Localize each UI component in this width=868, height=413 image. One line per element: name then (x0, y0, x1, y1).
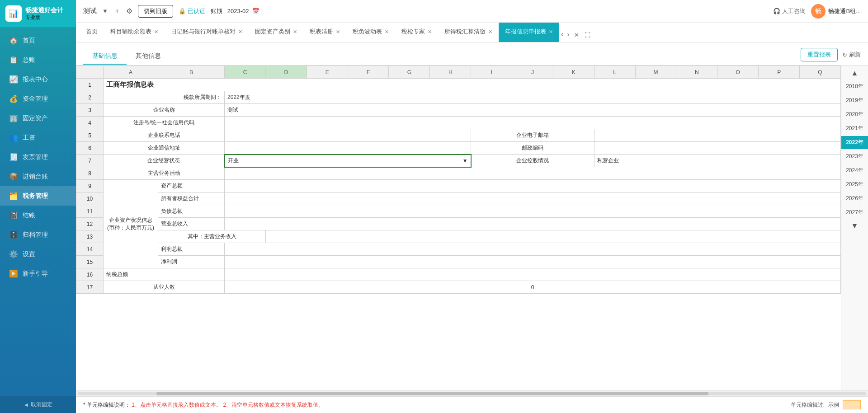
consult-label: 人工咨询 (782, 7, 806, 15)
col-header-corner (76, 66, 104, 79)
asset-total-value[interactable] (225, 180, 841, 192)
assets-icon: 🏢 (9, 114, 18, 122)
sidebar-item-home[interactable]: 🏠 首页 (0, 31, 76, 50)
year-item-2024[interactable]: 2024年 (841, 164, 868, 177)
scroll-thumb[interactable] (156, 392, 708, 395)
company-name-value[interactable]: 测试 (225, 104, 841, 117)
tab-income-tax[interactable]: 所得税汇算清缴 ✕ (438, 23, 499, 42)
year-item-2027[interactable]: 2027年 (841, 206, 868, 219)
tab-close-icon[interactable]: ✕ (385, 29, 389, 35)
sidebar-item-payroll[interactable]: 👥 工资 (0, 128, 76, 147)
sidebar-item-assets[interactable]: 🏢 固定资产 (0, 108, 76, 128)
tab-tax-form[interactable]: 税表清册 ✕ (303, 23, 346, 42)
year-item-2026[interactable]: 2026年 (841, 192, 868, 205)
sidebar-nav: 🏠 首页 📋 总账 📈 报表中心 💰 资金管理 🏢 固定资产 👥 工资 🧾 发票… (0, 27, 76, 396)
tab-close-all-button[interactable]: ✕ (571, 28, 582, 42)
reg-no-value[interactable] (225, 117, 841, 129)
sidebar-item-label: 报表中心 (23, 75, 48, 84)
sidebar-item-tax[interactable]: 🗂️ 税务管理 (0, 186, 76, 206)
tab-close-icon[interactable]: ✕ (428, 29, 432, 35)
net-profit-value[interactable] (225, 256, 841, 268)
sidebar-item-funds[interactable]: 💰 资金管理 (0, 89, 76, 108)
year-item-2025[interactable]: 2025年 (841, 178, 868, 191)
reset-report-button[interactable]: 重置报表 (801, 48, 838, 61)
sidebar-collapse-button[interactable]: ◄ 取消固定 (0, 396, 76, 413)
tab-close-icon[interactable]: ✕ (549, 29, 553, 35)
tax-period-value[interactable]: 2022年度 (225, 91, 841, 104)
biz-status-value[interactable]: 开业 ▼ (225, 155, 471, 167)
sidebar-item-guide[interactable]: ▶️ 新手引导 (0, 264, 76, 283)
main-revenue-value[interactable] (265, 230, 840, 243)
address-value[interactable] (225, 142, 471, 155)
year-item-2021[interactable]: 2021年 (841, 122, 868, 135)
equity-value[interactable] (225, 192, 841, 205)
tab-fixed-assets[interactable]: 固定资产类别 ✕ (249, 23, 303, 42)
tab-close-icon[interactable]: ✕ (238, 29, 242, 35)
employees-value[interactable]: 0 (225, 281, 841, 294)
row-number: 11 (76, 205, 104, 218)
reports-icon: 📈 (9, 75, 18, 84)
user-menu[interactable]: 畅 畅捷通B组... (811, 4, 861, 19)
tab-next-button[interactable]: › (565, 27, 571, 42)
email-value[interactable] (594, 129, 840, 142)
year-item-2020[interactable]: 2020年 (841, 108, 868, 121)
tab-close-icon[interactable]: ✕ (336, 29, 340, 35)
year-scroll-down-button[interactable]: ▼ (849, 220, 860, 232)
asset-info-label: 企业资产状况信息(币种：人民币万元) (104, 180, 158, 268)
profit-total-value[interactable] (225, 243, 841, 256)
sub-tab-basic-info[interactable]: 基础信息 (83, 48, 127, 65)
address-label: 企业通信地址 (104, 142, 225, 155)
year-item-2019[interactable]: 2019年 (841, 94, 868, 107)
tab-close-icon[interactable]: ✕ (488, 29, 492, 35)
liability-value[interactable] (225, 205, 841, 218)
year-item-2023[interactable]: 2023年 (841, 150, 868, 163)
header-dropdown-icon[interactable]: ▼ (102, 8, 108, 14)
main-biz-value[interactable] (225, 167, 841, 180)
year-item-2022[interactable]: 2022年 (841, 136, 868, 149)
sub-tab-other-info[interactable]: 其他信息 (127, 48, 170, 65)
table-row: 16 纳税总额 (76, 268, 841, 281)
consult-button[interactable]: 🎧 人工咨询 (773, 7, 806, 15)
old-version-button[interactable]: 切到旧版 (138, 5, 173, 18)
sidebar-item-reports[interactable]: 📈 报表中心 (0, 70, 76, 89)
sub-tab-other-info-label: 其他信息 (136, 52, 161, 59)
tab-tax-fluctuation[interactable]: 税负波动表 ✕ (346, 23, 395, 42)
sidebar-item-ledger[interactable]: 📋 总账 (0, 50, 76, 70)
sidebar-item-invoice[interactable]: 🧾 发票管理 (0, 147, 76, 167)
header-settings-button[interactable]: ⚙ (126, 7, 132, 15)
table-row: 5 企业联系电话 企业电子邮箱 (76, 129, 841, 142)
sidebar-item-label: 发票管理 (23, 153, 48, 161)
tab-home[interactable]: 首页 (80, 23, 104, 42)
sidebar-item-settings[interactable]: ⚙️ 设置 (0, 244, 76, 264)
year-scroll-up-button[interactable]: ▲ (849, 67, 860, 79)
tax-total-label2 (158, 268, 225, 281)
sidebar-item-inventory[interactable]: 📦 进销台账 (0, 167, 76, 186)
sidebar-item-settle[interactable]: 📓 结账 (0, 206, 76, 225)
tax-total-value[interactable] (225, 268, 841, 281)
holding-value[interactable]: 私营企业 (594, 155, 840, 167)
sidebar-item-label: 资金管理 (23, 95, 48, 103)
header-add-button[interactable]: ＋ (113, 6, 121, 16)
phone-value[interactable] (225, 129, 471, 142)
collapse-icon: ◄ (24, 402, 29, 408)
revenue-total-value[interactable] (225, 218, 841, 230)
sidebar-item-label: 设置 (23, 250, 35, 258)
logo-subtitle: 专业版 (25, 14, 63, 21)
sidebar-item-archive[interactable]: 🗄️ 归档管理 (0, 225, 76, 244)
tab-expand-button[interactable]: ⛶ (582, 28, 593, 42)
spreadsheet-container[interactable]: A B C D E F G H I J K L (76, 66, 841, 390)
sheet-title[interactable]: 工商年报信息表 (104, 79, 841, 91)
tab-close-icon[interactable]: ✕ (154, 29, 158, 35)
content-main: 基础信息 其他信息 重置报表 ↻ 刷新 (76, 42, 868, 413)
tab-aux-balance[interactable]: 科目辅助余额表 ✕ (104, 23, 165, 42)
postcode-value[interactable] (594, 142, 840, 155)
horizontal-scrollbar[interactable] (76, 390, 868, 396)
tab-annual-report[interactable]: 年报信息申报表 ✕ (499, 23, 559, 42)
scroll-track-inner (78, 392, 866, 395)
tab-prev-button[interactable]: ‹ (559, 27, 565, 42)
refresh-button[interactable]: ↻ 刷新 (842, 51, 861, 59)
tab-close-icon[interactable]: ✕ (293, 29, 297, 35)
tab-journal[interactable]: 日记账与银行对账单核对 ✕ (165, 23, 249, 42)
tab-tax-expert[interactable]: 税检专家 ✕ (395, 23, 438, 42)
year-item-2018[interactable]: 2018年 (841, 80, 868, 93)
